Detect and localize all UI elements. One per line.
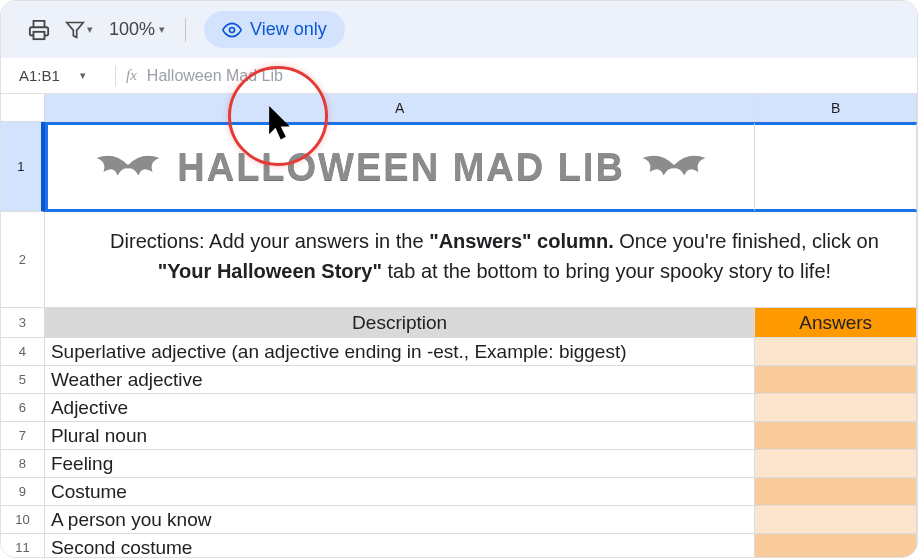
directions-bold1: "Answers" column. — [429, 230, 614, 252]
row-2: 2 Directions: Add your answers in the "A… — [1, 212, 917, 308]
title-text: HALLOWEEN MAD LIB — [177, 146, 625, 189]
answer-cell[interactable] — [755, 478, 917, 506]
row-5: 5 Weather adjective — [1, 366, 917, 394]
row-header-1[interactable]: 1 — [1, 122, 45, 212]
answer-cell[interactable] — [755, 422, 917, 450]
directions-cell[interactable]: Directions: Add your answers in the "Ans… — [45, 212, 917, 308]
spreadsheet-grid: A B 1 HALLOWEEN MAD LIB 2 Directions: Ad… — [1, 94, 917, 558]
svg-marker-1 — [67, 22, 84, 37]
zoom-value: 100% — [109, 19, 155, 40]
description-cell[interactable]: Costume — [45, 478, 755, 506]
row-header-8[interactable]: 8 — [1, 450, 45, 478]
description-cell[interactable]: Plural noun — [45, 422, 755, 450]
print-icon[interactable] — [21, 12, 57, 48]
answer-cell[interactable] — [755, 534, 917, 558]
answer-cell[interactable] — [755, 394, 917, 422]
formula-separator — [115, 66, 116, 86]
directions-post: tab at the bottom to bring your spooky s… — [382, 260, 831, 282]
directions-mid: Once you're finished, click on — [614, 230, 879, 252]
chevron-down-icon: ▾ — [80, 69, 86, 82]
bat-icon — [639, 146, 709, 188]
row-header-2[interactable]: 2 — [1, 212, 45, 308]
chevron-down-icon: ▾ — [159, 23, 165, 36]
answer-cell[interactable] — [755, 338, 917, 366]
row-8: 8 Feeling — [1, 450, 917, 478]
title-cell[interactable]: HALLOWEEN MAD LIB — [45, 122, 755, 212]
toolbar: ▾ 100% ▾ View only — [1, 1, 917, 58]
row-6: 6 Adjective — [1, 394, 917, 422]
answer-cell[interactable] — [755, 450, 917, 478]
description-cell[interactable]: Feeling — [45, 450, 755, 478]
row-header-4[interactable]: 4 — [1, 338, 45, 366]
answer-cell[interactable] — [755, 366, 917, 394]
row-11: 11 Second costume — [1, 534, 917, 558]
row-4: 4 Superlative adjective (an adjective en… — [1, 338, 917, 366]
description-cell[interactable]: Adjective — [45, 394, 755, 422]
column-header-b[interactable]: B — [755, 94, 917, 122]
cell-reference: A1:B1 — [19, 67, 60, 84]
row-10: 10 A person you know — [1, 506, 917, 534]
formula-text[interactable]: Halloween Mad Lib — [147, 67, 283, 85]
row-9: 9 Costume — [1, 478, 917, 506]
cell-b1[interactable] — [755, 122, 917, 212]
name-box[interactable]: A1:B1 ▾ — [15, 65, 105, 86]
view-only-pill[interactable]: View only — [204, 11, 345, 48]
column-header-a[interactable]: A — [45, 94, 755, 122]
header-description[interactable]: Description — [45, 308, 755, 338]
zoom-dropdown[interactable]: 100% ▾ — [101, 13, 173, 46]
formula-bar: A1:B1 ▾ fx Halloween Mad Lib — [1, 58, 917, 94]
bat-icon — [93, 146, 163, 188]
svg-point-2 — [230, 27, 235, 32]
row-1: 1 HALLOWEEN MAD LIB — [1, 122, 917, 212]
eye-icon — [222, 20, 242, 40]
description-cell[interactable]: Superlative adjective (an adjective endi… — [45, 338, 755, 366]
description-cell[interactable]: Second costume — [45, 534, 755, 558]
row-header-11[interactable]: 11 — [1, 534, 45, 558]
select-all-corner[interactable] — [1, 94, 45, 122]
directions-pre: Directions: Add your answers in the — [110, 230, 429, 252]
view-only-label: View only — [250, 19, 327, 40]
description-cell[interactable]: Weather adjective — [45, 366, 755, 394]
directions-bold2: "Your Halloween Story" — [158, 260, 382, 282]
row-header-5[interactable]: 5 — [1, 366, 45, 394]
row-header-7[interactable]: 7 — [1, 422, 45, 450]
description-cell[interactable]: A person you know — [45, 506, 755, 534]
fx-icon: fx — [126, 67, 137, 84]
toolbar-separator — [185, 18, 186, 42]
header-answers[interactable]: Answers — [755, 308, 917, 338]
row-header-9[interactable]: 9 — [1, 478, 45, 506]
row-7: 7 Plural noun — [1, 422, 917, 450]
chevron-down-icon: ▾ — [87, 23, 93, 36]
row-header-6[interactable]: 6 — [1, 394, 45, 422]
column-headers: A B — [1, 94, 917, 122]
filter-button[interactable]: ▾ — [65, 20, 93, 40]
row-header-10[interactable]: 10 — [1, 506, 45, 534]
answer-cell[interactable] — [755, 506, 917, 534]
svg-rect-0 — [34, 31, 45, 38]
row-header-3[interactable]: 3 — [1, 308, 45, 338]
row-3: 3 Description Answers — [1, 308, 917, 338]
